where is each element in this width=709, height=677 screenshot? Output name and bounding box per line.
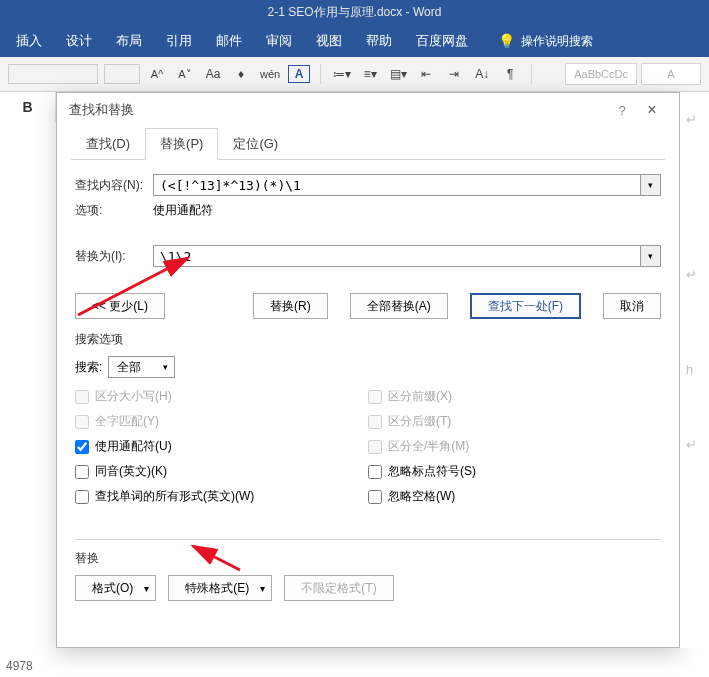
ribbon-tabs: 插入 设计 布局 引用 邮件 审阅 视图 帮助 百度网盘 💡 操作说明搜索 xyxy=(0,25,709,57)
checkbox[interactable] xyxy=(368,465,382,479)
ribbon-tab-view[interactable]: 视图 xyxy=(304,25,354,57)
replace-section-label: 替换 xyxy=(75,550,661,567)
status-bar: 4978 xyxy=(6,655,33,677)
dialog-help-button[interactable]: ? xyxy=(607,103,637,118)
checkbox xyxy=(368,390,382,404)
tab-goto[interactable]: 定位(G) xyxy=(218,128,293,160)
checkbox xyxy=(368,415,382,429)
phonetic-guide-icon[interactable]: wén xyxy=(258,63,282,85)
replace-row: 替换为(I): ▾ xyxy=(75,245,661,267)
replace-dropdown-button[interactable]: ▾ xyxy=(641,245,661,267)
doc-text: h xyxy=(686,362,709,377)
checkbox[interactable] xyxy=(75,490,89,504)
check-match-case: 区分大小写(H) xyxy=(75,388,368,405)
check-use-wildcards[interactable]: 使用通配符(U) xyxy=(75,438,368,455)
paragraph-marks-icon[interactable]: ¶ xyxy=(499,63,521,85)
checkbox-label: 忽略标点符号(S) xyxy=(388,463,476,480)
check-ignore-punct[interactable]: 忽略标点符号(S) xyxy=(368,463,661,480)
check-ignore-space[interactable]: 忽略空格(W) xyxy=(368,488,661,505)
replace-label: 替换为(I): xyxy=(75,248,153,265)
check-prefix: 区分前缀(X) xyxy=(368,388,661,405)
checkbox-label: 区分大小写(H) xyxy=(95,388,172,405)
styles-gallery: AaBbCcDc A xyxy=(565,63,701,85)
dialog-tabs: 查找(D) 替换(P) 定位(G) xyxy=(71,127,665,160)
search-direction-row: 搜索: 全部 ▾ xyxy=(75,356,661,378)
option-label: 选项: xyxy=(75,202,153,219)
check-whole-word: 全字匹配(Y) xyxy=(75,413,368,430)
ribbon-tab-help[interactable]: 帮助 xyxy=(354,25,404,57)
ribbon-tab-review[interactable]: 审阅 xyxy=(254,25,304,57)
ribbon-tab-insert[interactable]: 插入 xyxy=(4,25,54,57)
style-box[interactable]: AaBbCcDc xyxy=(565,63,637,85)
ribbon-toolbar: A^ A˅ Aa ♦ wén A ≔▾ ≡▾ ▤▾ ⇤ ⇥ A↓ ¶ AaBbC… xyxy=(0,57,709,92)
check-columns: 区分大小写(H) 全字匹配(Y) 使用通配符(U) 同音(英文)(K) 查找单词… xyxy=(75,388,661,505)
check-fullhalf: 区分全/半角(M) xyxy=(368,438,661,455)
document-background: ↵ ↵ h ↵ xyxy=(680,92,709,648)
check-col-right: 区分前缀(X) 区分后缀(T) 区分全/半角(M) 忽略标点符号(S) 忽略空格… xyxy=(368,388,661,505)
ribbon-tab-references[interactable]: 引用 xyxy=(154,25,204,57)
ribbon-tab-mail[interactable]: 邮件 xyxy=(204,25,254,57)
find-replace-dialog: 查找和替换 ? × 查找(D) 替换(P) 定位(G) 查找内容(N): ▾ 选… xyxy=(56,92,680,648)
font-box[interactable] xyxy=(8,64,98,84)
find-input[interactable] xyxy=(153,174,641,196)
ribbon-tab-layout[interactable]: 布局 xyxy=(104,25,154,57)
grow-font-icon[interactable]: A^ xyxy=(146,63,168,85)
bullets-icon[interactable]: ≔▾ xyxy=(331,63,353,85)
checkbox-label: 使用通配符(U) xyxy=(95,438,172,455)
shrink-font-icon[interactable]: A˅ xyxy=(174,63,196,85)
checkbox-label: 全字匹配(Y) xyxy=(95,413,159,430)
tab-replace[interactable]: 替换(P) xyxy=(145,128,218,160)
find-next-button[interactable]: 查找下一处(F) xyxy=(470,293,581,319)
tab-find[interactable]: 查找(D) xyxy=(71,128,145,160)
bold-label: B xyxy=(22,99,32,115)
cancel-button[interactable]: 取消 xyxy=(603,293,661,319)
numbering-icon[interactable]: ≡▾ xyxy=(359,63,381,85)
replace-input[interactable] xyxy=(153,245,641,267)
title-bar: 2-1 SEO作用与原理.docx - Word xyxy=(0,0,709,25)
check-all-word-forms[interactable]: 查找单词的所有形式(英文)(W) xyxy=(75,488,368,505)
change-case-icon[interactable]: Aa xyxy=(202,63,224,85)
checkbox-label: 同音(英文)(K) xyxy=(95,463,167,480)
special-format-button[interactable]: 特殊格式(E) xyxy=(168,575,272,601)
replace-all-button[interactable]: 全部替换(A) xyxy=(350,293,448,319)
search-direction-select[interactable]: 全部 ▾ xyxy=(108,356,175,378)
check-sounds-like[interactable]: 同音(英文)(K) xyxy=(75,463,368,480)
paragraph-mark-icon: ↵ xyxy=(686,267,709,282)
search-direction-value: 全部 xyxy=(117,359,141,376)
dialog-close-button[interactable]: × xyxy=(637,101,667,119)
clear-format-icon[interactable]: ♦ xyxy=(230,63,252,85)
sort-icon[interactable]: A↓ xyxy=(471,63,493,85)
bold-button[interactable]: B xyxy=(0,92,56,122)
checkbox-label: 区分全/半角(M) xyxy=(388,438,469,455)
multilevel-icon[interactable]: ▤▾ xyxy=(387,63,409,85)
tell-me-search[interactable]: 💡 操作说明搜索 xyxy=(488,33,603,50)
style-box[interactable]: A xyxy=(641,63,701,85)
checkbox-label: 忽略空格(W) xyxy=(388,488,455,505)
button-row: << 更少(L) 替换(R) 全部替换(A) 查找下一处(F) 取消 xyxy=(75,293,661,319)
divider xyxy=(75,539,661,540)
checkbox[interactable] xyxy=(75,440,89,454)
dialog-title-label: 查找和替换 xyxy=(69,101,134,119)
separator xyxy=(531,64,532,84)
checkbox[interactable] xyxy=(368,490,382,504)
dialog-titlebar[interactable]: 查找和替换 ? × xyxy=(57,93,679,127)
less-button[interactable]: << 更少(L) xyxy=(75,293,165,319)
format-buttons: 格式(O) 特殊格式(E) 不限定格式(T) xyxy=(75,575,661,601)
ribbon-tab-design[interactable]: 设计 xyxy=(54,25,104,57)
checkbox-label: 区分后缀(T) xyxy=(388,413,451,430)
checkbox-label: 区分前缀(X) xyxy=(388,388,452,405)
search-direction-label: 搜索: xyxy=(75,359,102,376)
separator xyxy=(320,64,321,84)
ribbon-tab-baidu[interactable]: 百度网盘 xyxy=(404,25,480,57)
no-format-button: 不限定格式(T) xyxy=(284,575,393,601)
font-size-box[interactable] xyxy=(104,64,140,84)
checkbox[interactable] xyxy=(75,465,89,479)
find-row: 查找内容(N): ▾ xyxy=(75,174,661,196)
indent-right-icon[interactable]: ⇥ xyxy=(443,63,465,85)
format-button[interactable]: 格式(O) xyxy=(75,575,156,601)
find-dropdown-button[interactable]: ▾ xyxy=(641,174,661,196)
indent-left-icon[interactable]: ⇤ xyxy=(415,63,437,85)
character-border-icon[interactable]: A xyxy=(288,65,310,83)
replace-button[interactable]: 替换(R) xyxy=(253,293,328,319)
checkbox xyxy=(75,415,89,429)
